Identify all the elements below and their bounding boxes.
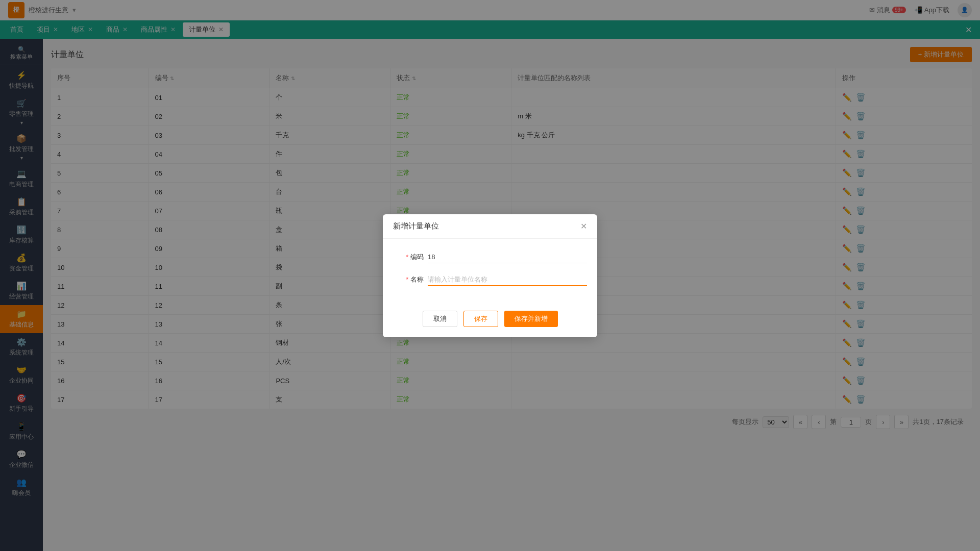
code-label: 编码 xyxy=(393,253,424,262)
modal-header: 新增计量单位 ✕ xyxy=(383,214,597,239)
modal-body: 编码 名称 xyxy=(383,239,597,305)
modal-close-btn[interactable]: ✕ xyxy=(580,221,587,231)
form-row-code: 编码 xyxy=(393,251,587,263)
name-label: 名称 xyxy=(393,275,424,284)
add-unit-modal: 新增计量单位 ✕ 编码 名称 取消 保存 保存并新增 xyxy=(383,214,597,337)
save-button[interactable]: 保存 xyxy=(463,311,498,327)
modal-title: 新增计量单位 xyxy=(393,221,439,231)
code-input[interactable] xyxy=(428,251,587,263)
form-row-name: 名称 xyxy=(393,273,587,286)
modal-footer: 取消 保存 保存并新增 xyxy=(383,305,597,337)
name-input[interactable] xyxy=(428,273,587,286)
modal-overlay[interactable]: 新增计量单位 ✕ 编码 名称 取消 保存 保存并新增 xyxy=(0,0,980,551)
cancel-button[interactable]: 取消 xyxy=(423,311,457,327)
save-and-new-button[interactable]: 保存并新增 xyxy=(504,311,558,327)
